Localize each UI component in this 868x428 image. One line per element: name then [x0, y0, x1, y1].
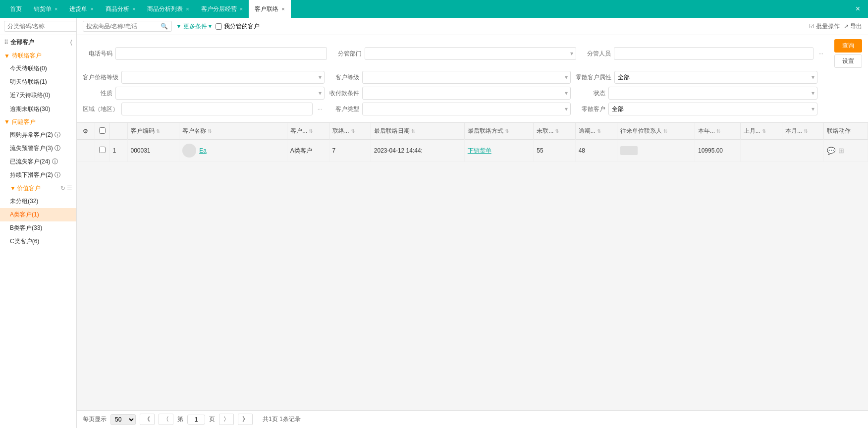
close-product-list-icon[interactable]: × [186, 6, 189, 12]
sort-year-icon[interactable]: ⇅ [716, 128, 720, 134]
qr-icon[interactable]: ⊞ [838, 147, 844, 155]
row-checkbox[interactable] [99, 147, 106, 153]
payment-select[interactable] [362, 87, 571, 100]
page-num-input[interactable] [187, 415, 205, 425]
sort-uncontacted-icon[interactable]: ⇅ [555, 128, 559, 134]
main-search-input[interactable] [86, 23, 161, 30]
sidebar-group-problem[interactable]: ▼ 问题客户 [0, 116, 76, 128]
sidebar-item-declining[interactable]: 持续下滑客户(2) ⓘ [0, 168, 76, 182]
close-sales-order-icon[interactable]: × [54, 6, 57, 12]
query-btn[interactable]: 查询 [834, 39, 862, 53]
col-settings[interactable]: ⚙ [77, 123, 95, 140]
col-seq [109, 123, 127, 140]
phone-input[interactable] [115, 47, 327, 60]
sort-unit-icon[interactable]: ⇅ [663, 128, 667, 134]
settings-btn[interactable]: 设置 [834, 54, 862, 68]
close-customer-segment-icon[interactable]: × [240, 6, 243, 12]
region-dots-icon[interactable]: ··· [316, 106, 325, 112]
manager-input[interactable] [614, 47, 814, 60]
col-uncontacted: 未联... ⇅ [534, 123, 575, 140]
nav-product-analysis-list[interactable]: 商品分析列表 × [141, 0, 195, 18]
sort-tmonth-icon[interactable]: ⇅ [804, 128, 808, 134]
sidebar-item-c-class[interactable]: C类客户(6) [0, 235, 76, 248]
last-page-btn[interactable]: 》 [238, 414, 253, 425]
batch-ops-btn[interactable]: ☑ 批量操作 [809, 22, 840, 31]
nav-customer-segment[interactable]: 客户分层经营 × [195, 0, 249, 18]
refresh-icon[interactable]: ↻ [60, 185, 65, 192]
filter-cell-customer-type: 客户类型 [329, 103, 576, 115]
sort-method-icon[interactable]: ⇅ [505, 128, 509, 134]
sidebar-item-overdue-contact[interactable]: 逾期未联络(30) [0, 103, 76, 116]
nature-label: 性质 [83, 89, 112, 98]
nav-purchase-order[interactable]: 进货单 × [63, 0, 99, 18]
price-level-select[interactable] [121, 71, 325, 84]
sidebar-item-7days-contact[interactable]: 近7天待联络(0) [0, 89, 76, 102]
sort-lmonth-icon[interactable]: ⇅ [762, 128, 766, 134]
sidebar-item-ungrouped[interactable]: 未分组(32) [0, 195, 76, 208]
filter-cell-region: 区域（地区） ··· [83, 103, 329, 115]
sidebar-all-customers[interactable]: ⠿ 全部客户 ⟨ [0, 35, 76, 50]
nav-product-analysis[interactable]: 商品分析 × [100, 0, 141, 18]
customer-level-select[interactable] [362, 71, 571, 84]
sidebar-item-a-class[interactable]: A类客户(1) [0, 208, 76, 221]
sidebar-item-today-contact[interactable]: 今天待联络(0) [0, 62, 76, 75]
region-input[interactable] [121, 103, 313, 115]
sidebar-item-tomorrow-contact[interactable]: 明天待联络(1) [0, 75, 76, 89]
sort-name-icon[interactable]: ⇅ [208, 128, 212, 134]
sort-type-icon[interactable]: ⇅ [309, 128, 313, 134]
sidebar-group-value[interactable]: ▼ 价值客户 ↻ ☰ [0, 182, 76, 195]
sort-contact-icon[interactable]: ⇅ [351, 128, 355, 134]
close-customer-contact-icon[interactable]: × [281, 6, 284, 12]
sidebar-item-hoarding[interactable]: 囤购异常客户(2) ⓘ [0, 128, 76, 142]
retail-select[interactable]: 全部 [608, 103, 817, 115]
sidebar-item-churn-warning[interactable]: 流失预警客户(3) ⓘ [0, 142, 76, 155]
sort-overdue-icon[interactable]: ⇅ [597, 128, 601, 134]
status-select[interactable] [608, 87, 817, 100]
sidebar-item-churned[interactable]: 已流失客户(24) ⓘ [0, 155, 76, 168]
main-search-icon[interactable]: 🔍 [161, 23, 168, 30]
my-customers-checkbox-label[interactable]: 我分管的客户 [216, 22, 260, 31]
dept-select[interactable] [365, 47, 576, 60]
customer-type-label: 客户类型 [329, 105, 359, 113]
manager-dots-icon[interactable]: ··· [816, 50, 825, 57]
table-header-row: ⚙ 客户编码 ⇅ 客户名称 [77, 123, 868, 140]
sidebar-item-b-class[interactable]: B类客户(33) [0, 221, 76, 235]
col-type: 客户... ⇅ [287, 123, 329, 140]
col-last-date: 最后联络日期 ⇅ [371, 123, 464, 140]
retail-attr-select[interactable]: 全部 [614, 71, 817, 84]
col-this-year: 本年... ⇅ [695, 123, 740, 140]
first-page-btn[interactable]: 《 [140, 414, 155, 425]
customer-type-select[interactable] [362, 103, 571, 115]
export-btn[interactable]: ↗ 导出 [844, 22, 862, 31]
filter-row-4: 区域（地区） ··· 客户类型 零散客户 全部 [83, 103, 862, 115]
nav-customer-contact[interactable]: 客户联络 × [249, 0, 290, 18]
dept-label: 分管部门 [332, 50, 362, 58]
sidebar-search-input[interactable] [4, 21, 77, 32]
my-customers-checkbox[interactable] [216, 23, 222, 30]
nav-home[interactable]: 首页 [4, 0, 28, 18]
sort-code-icon[interactable]: ⇅ [156, 128, 160, 134]
row-this-month-cell [782, 140, 823, 162]
filter-icon: ▼ [176, 23, 182, 30]
nature-select[interactable] [115, 87, 325, 100]
row-checkbox-cell [95, 140, 109, 162]
sidebar-group-pending[interactable]: ▼ 待联络客户 [0, 50, 76, 62]
more-filters-btn[interactable]: ▼ 更多条件 ▾ [176, 22, 212, 31]
chat-icon[interactable]: 💬 [827, 147, 835, 155]
settings-icon[interactable]: ☰ [67, 185, 72, 192]
close-purchase-order-icon[interactable]: × [90, 6, 93, 12]
row-action-icons: 💬 ⊞ [827, 147, 865, 155]
sort-date-icon[interactable]: ⇅ [411, 128, 415, 134]
page-size-select[interactable]: 10 20 50 100 [110, 414, 136, 425]
filter-cell-retail-attr: 零散客户属性 全部 [576, 71, 822, 84]
col-code: 客户编码 ⇅ [127, 123, 179, 140]
close-product-analysis-icon[interactable]: × [132, 6, 135, 12]
price-level-label: 客户价格等级 [83, 73, 118, 82]
filter-row-2: 客户价格等级 客户等级 零散客户属性 全部 [83, 71, 862, 84]
next-page-btn[interactable]: 〉 [219, 414, 234, 425]
prev-page-btn[interactable]: 〈 [159, 414, 173, 425]
nav-sales-order[interactable]: 销货单 × [28, 0, 63, 18]
select-all-checkbox[interactable] [99, 127, 106, 134]
collapse-icon[interactable]: ⟨ [70, 39, 72, 46]
close-all-btn[interactable]: × [852, 4, 864, 13]
